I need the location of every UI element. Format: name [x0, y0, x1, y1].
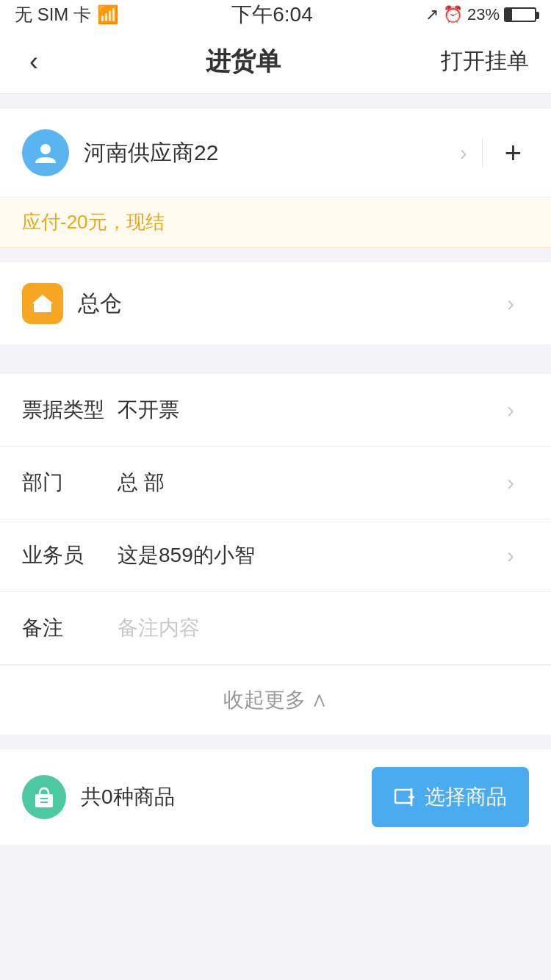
notice-text: 应付-20元，现结 — [22, 211, 165, 233]
sales-label: 业务员 — [22, 541, 118, 569]
dept-chevron-icon: › — [507, 470, 514, 495]
open-pending-button[interactable]: 打开挂单 — [441, 46, 529, 76]
dept-value: 总 部 — [118, 469, 507, 497]
battery-percent: 23% — [467, 5, 500, 24]
status-time: 下午6:04 — [231, 1, 313, 29]
warehouse-section[interactable]: 总仓 › — [0, 262, 551, 345]
collapse-button[interactable]: 收起更多 ∧ — [0, 665, 551, 735]
back-button[interactable]: ‹ — [22, 39, 46, 84]
sales-row[interactable]: 业务员 这是859的小智 › — [0, 519, 551, 592]
add-button[interactable]: + — [497, 137, 529, 170]
vertical-divider — [482, 138, 483, 167]
status-left: 无 SIM 卡 📶 — [15, 3, 119, 26]
dept-row[interactable]: 部门 总 部 › — [0, 447, 551, 519]
battery-icon — [504, 7, 536, 22]
nav-bar: ‹ 进货单 打开挂单 — [0, 29, 551, 94]
product-icon — [22, 775, 66, 819]
select-product-icon — [394, 787, 417, 807]
warehouse-building-icon — [31, 292, 54, 315]
carrier-label: 无 SIM 卡 — [15, 3, 91, 26]
supplier-row[interactable]: 河南供应商22 › + — [0, 109, 551, 198]
product-count-label: 共0种商品 — [81, 783, 372, 811]
section-gap-3 — [0, 345, 551, 359]
avatar-person-icon — [34, 141, 57, 165]
notice-bar: 应付-20元，现结 — [0, 198, 551, 248]
location-icon: ↗ — [425, 5, 439, 24]
supplier-avatar — [22, 129, 69, 176]
invoice-row[interactable]: 票据类型 不开票 › — [0, 374, 551, 447]
supplier-chevron-icon: › — [460, 140, 467, 165]
supplier-name: 河南供应商22 — [84, 138, 460, 168]
warehouse-icon — [22, 283, 63, 324]
svg-rect-4 — [35, 794, 53, 807]
form-section: 票据类型 不开票 › 部门 总 部 › 业务员 这是859的小智 › 备注 备注… — [0, 374, 551, 735]
svg-marker-2 — [32, 295, 53, 303]
remark-input[interactable]: 备注内容 — [118, 614, 529, 642]
warehouse-chevron-icon: › — [507, 291, 514, 316]
sales-chevron-icon: › — [507, 543, 514, 568]
warehouse-row[interactable]: 总仓 › — [0, 262, 551, 345]
product-bar: 共0种商品 选择商品 — [0, 749, 551, 845]
sales-value: 这是859的小智 — [118, 541, 507, 569]
collapse-label: 收起更多 ∧ — [223, 686, 328, 714]
invoice-chevron-icon: › — [507, 397, 514, 422]
select-product-button[interactable]: 选择商品 — [372, 767, 529, 827]
alarm-icon: ⏰ — [443, 5, 463, 24]
svg-rect-3 — [40, 305, 46, 312]
shopping-bag-icon — [31, 784, 57, 810]
section-gap-4 — [0, 735, 551, 749]
status-bar: 无 SIM 卡 📶 下午6:04 ↗ ⏰ 23% — [0, 0, 551, 29]
svg-point-0 — [40, 144, 51, 154]
dept-label: 部门 — [22, 469, 118, 497]
supplier-section: 河南供应商22 › + 应付-20元，现结 — [0, 109, 551, 248]
status-right: ↗ ⏰ 23% — [425, 5, 536, 24]
remark-row[interactable]: 备注 备注内容 — [0, 592, 551, 665]
remark-label: 备注 — [22, 614, 118, 642]
invoice-value: 不开票 — [118, 396, 507, 424]
page-title: 进货单 — [206, 45, 281, 79]
section-gap-2 — [0, 248, 551, 262]
wifi-icon: 📶 — [97, 4, 119, 25]
invoice-label: 票据类型 — [22, 396, 118, 424]
section-gap-1 — [0, 94, 551, 109]
select-product-label: 选择商品 — [425, 783, 507, 811]
warehouse-name: 总仓 — [78, 289, 507, 319]
